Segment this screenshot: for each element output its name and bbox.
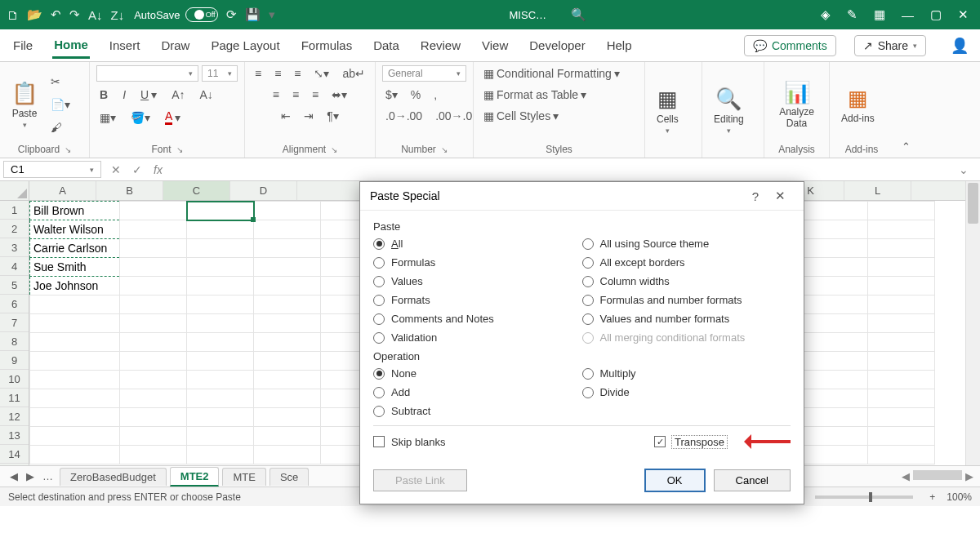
cell[interactable] [801,258,868,277]
cell[interactable] [187,371,254,389]
cell[interactable] [30,352,120,371]
fill-color-icon[interactable]: 🪣▾ [127,108,154,127]
row-3[interactable]: 3 [0,238,29,257]
refresh-icon[interactable]: ⟳ [226,7,237,22]
row-8[interactable]: 8 [0,332,29,351]
cell[interactable] [868,408,935,427]
cell[interactable] [187,389,254,408]
increase-decimal-icon[interactable]: .0→.00 [382,108,425,124]
row-7[interactable]: 7 [0,313,29,332]
sheet-nav-next-icon[interactable]: ▶ [23,470,38,482]
cell[interactable] [120,258,187,277]
cell[interactable] [801,239,868,258]
cell[interactable] [868,239,935,258]
borders-icon[interactable]: ▦▾ [96,108,119,127]
diamond-icon[interactable]: ◈ [821,7,831,22]
cell[interactable] [801,333,868,352]
align-right-icon[interactable]: ≡ [309,87,322,103]
radio-formulas[interactable]: Formulas [373,256,582,269]
cell[interactable] [868,202,935,220]
cell[interactable] [801,202,868,220]
sort-asc-icon[interactable]: A↓ [88,8,103,22]
pen-icon[interactable]: ✎ [847,7,858,22]
radio-source-theme[interactable]: All using Source theme [582,238,791,250]
percent-icon[interactable]: % [408,87,424,103]
cell-styles-button[interactable]: ▦ Cell Styles ▾ [480,108,562,124]
cell[interactable] [868,277,935,295]
wrap-text-icon[interactable]: ab↵ [339,65,368,82]
alignment-launcher-icon[interactable]: ↘ [331,145,337,154]
col-l[interactable]: L [844,181,911,200]
cell[interactable] [254,371,321,389]
cell[interactable] [801,295,868,314]
cell[interactable] [120,333,187,352]
check-transpose[interactable]: Transpose [654,436,727,448]
cell[interactable] [120,314,187,333]
sheet-nav-more-icon[interactable]: … [39,470,56,482]
number-format-combo[interactable]: General▾ [382,65,466,82]
cell[interactable] [120,446,187,464]
col-c[interactable]: C [163,181,230,200]
cell[interactable] [120,295,187,314]
app-icon[interactable]: ▦ [874,7,885,22]
share-button[interactable]: ↗ Share ▾ [854,35,926,56]
tab-review[interactable]: Review [419,33,462,57]
row-12[interactable]: 12 [0,407,29,426]
align-left-icon[interactable]: ≡ [270,87,283,103]
cut-icon[interactable]: ✂ [47,73,74,90]
cell[interactable] [187,408,254,427]
cell[interactable] [801,314,868,333]
addins-button[interactable]: ▦Add-ins [836,84,880,126]
radio-validation[interactable]: Validation [373,331,582,344]
cell[interactable] [187,277,254,295]
cell[interactable] [868,258,935,277]
name-box[interactable]: C1▾ [3,161,101,178]
cell[interactable] [868,220,935,239]
col-b[interactable]: B [96,181,163,200]
cell[interactable] [254,446,321,464]
cell[interactable] [120,389,187,408]
copy-icon[interactable]: 📄▾ [47,96,74,113]
cell[interactable] [801,277,868,295]
cell[interactable] [254,314,321,333]
cell-a3[interactable]: Carrie Carlson [30,239,120,258]
cell[interactable] [120,352,187,371]
row-11[interactable]: 11 [0,389,29,407]
row-4[interactable]: 4 [0,257,29,276]
radio-formulas-num[interactable]: Formulas and number formats [582,294,791,306]
merge-icon[interactable]: ⬌▾ [328,87,350,103]
cell[interactable] [187,352,254,371]
tab-draw[interactable]: Draw [159,33,191,57]
cell[interactable] [120,202,187,220]
bold-icon[interactable]: B [96,87,111,103]
cell[interactable] [30,371,120,389]
cell[interactable] [120,239,187,258]
sort-desc-icon[interactable]: Z↓ [111,8,125,22]
tab-file[interactable]: File [11,33,34,57]
cell[interactable] [254,202,321,220]
account-icon[interactable]: 👤 [951,37,969,55]
cell[interactable] [254,277,321,295]
sheet-tab-1[interactable]: ZeroBasedBudget [60,468,167,486]
cell[interactable] [254,427,321,446]
cell[interactable] [30,446,120,464]
cell[interactable] [254,333,321,352]
cell[interactable] [868,314,935,333]
font-name-combo[interactable]: ▾ [96,65,198,82]
tab-page-layout[interactable]: Page Layout [209,33,281,57]
tab-help[interactable]: Help [605,33,634,57]
collapse-ribbon-icon[interactable]: ⌃ [893,136,919,158]
radio-values[interactable]: Values [373,275,582,287]
font-size-combo[interactable]: 11▾ [202,65,238,82]
select-all-button[interactable] [0,181,29,201]
cell-a2[interactable]: Walter Wilson [30,220,120,239]
cell[interactable] [254,239,321,258]
cell[interactable] [254,352,321,371]
col-blank[interactable] [297,181,364,200]
row-13[interactable]: 13 [0,426,29,445]
number-launcher-icon[interactable]: ↘ [441,145,448,154]
enter-formula-icon[interactable]: ✓ [132,163,142,176]
cell-a1[interactable]: Bill Brown [30,202,120,220]
row-1[interactable]: 1 [0,201,29,220]
horizontal-scrollbar[interactable]: ◀▶ [902,470,973,482]
